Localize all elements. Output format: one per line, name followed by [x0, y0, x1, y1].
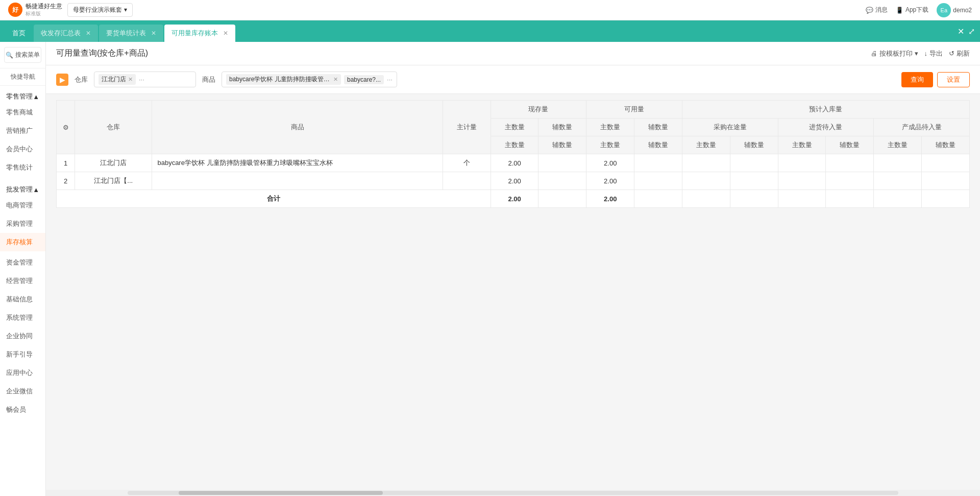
- sidebar-item-retail-member[interactable]: 会员中心: [0, 140, 45, 158]
- sidebar-item-retail-promo[interactable]: 营销推广: [0, 122, 45, 140]
- query-btn[interactable]: 查询: [901, 72, 933, 87]
- scroll-thumb[interactable]: [179, 491, 383, 495]
- tab-receipt-label: 收发存汇总表: [41, 29, 81, 38]
- sidebar-item-purchase[interactable]: 采购管理: [0, 215, 45, 233]
- sidebar-item-basic[interactable]: 基础信息: [0, 290, 45, 309]
- th-settings[interactable]: ⚙: [57, 101, 75, 154]
- row2-purchase-aux: [730, 172, 778, 190]
- sidebar-section-wholesale: 批发管理 ▲ 电商管理 采购管理 库存核算: [0, 179, 45, 253]
- sidebar-item-guide[interactable]: 新手引导: [0, 345, 45, 364]
- total-avail-aux: [634, 190, 682, 208]
- tab-order[interactable]: 要货单统计表 ✕: [99, 25, 163, 42]
- row2-num: 2: [57, 172, 75, 190]
- table-row: 1 江北门店 babycare学饮杯 儿童防摔防撞吸管杯重力球吸嘴杯宝宝水杯 个…: [57, 154, 970, 172]
- sidebar-item-sys[interactable]: 系统管理: [0, 309, 45, 327]
- top-bar-left: 好 畅捷通好生意 标准版 母婴行业演示账套 ▾: [8, 3, 133, 17]
- setting-btn[interactable]: 设置: [937, 72, 970, 87]
- tab-receipt-close[interactable]: ✕: [86, 30, 91, 37]
- product-tag1-close[interactable]: ✕: [333, 76, 338, 83]
- row2-incoming-aux: [826, 172, 874, 190]
- print-btn[interactable]: 🖨 按模板打印 ▾: [871, 49, 918, 58]
- total-production-aux: [922, 190, 970, 208]
- sidebar-item-enterprise[interactable]: 企业协同: [0, 327, 45, 345]
- sidebar-item-retail-stats[interactable]: 零售统计: [0, 158, 45, 177]
- th-stock-main2: 主数量: [491, 136, 538, 154]
- avatar: Ea: [937, 3, 951, 17]
- print-dropdown-icon: ▾: [915, 50, 918, 57]
- tab-available-close[interactable]: ✕: [223, 30, 228, 37]
- message-btn[interactable]: 💬 消息: [866, 6, 888, 14]
- org-selector[interactable]: 母婴行业演示账套 ▾: [67, 3, 133, 17]
- th-avail-aux: 辅数量: [634, 119, 682, 136]
- user-name: demo2: [953, 7, 972, 14]
- row1-unit: 个: [443, 154, 491, 172]
- sidebar-section-retail-title[interactable]: 零售管理 ▲: [0, 88, 45, 103]
- sidebar-item-member2[interactable]: 畅会员: [0, 400, 45, 419]
- refresh-btn[interactable]: ↺ 刷新: [949, 49, 970, 58]
- product-tag2: babycare?...: [344, 75, 384, 84]
- logo-icon: 好: [8, 3, 22, 17]
- total-stock-aux: [538, 190, 586, 208]
- tab-available[interactable]: 可用量库存账本 ✕: [164, 25, 235, 42]
- tab-order-close[interactable]: ✕: [151, 30, 156, 37]
- product-more-btn[interactable]: ···: [387, 76, 393, 83]
- logo-text: 畅捷通好生意: [26, 3, 62, 10]
- product-input[interactable]: babycare学饮杯 儿童防摔防撞吸管杯重力球吸嘴杯宝宝水杯 ✕ babyca…: [222, 72, 397, 87]
- th-stock-main: 主数量: [491, 119, 538, 136]
- nav-tabs-controls: ✕ ⤢: [958, 27, 975, 36]
- row2-avail-main: 2.00: [586, 172, 634, 190]
- row1-production-aux: [922, 154, 970, 172]
- warehouse-input[interactable]: 江北门店 ✕ ···: [94, 72, 196, 87]
- tab-receipt[interactable]: 收发存汇总表 ✕: [34, 25, 98, 42]
- sidebar-section-wholesale-title[interactable]: 批发管理 ▲: [0, 181, 45, 196]
- nav-close-icon[interactable]: ✕: [958, 27, 964, 36]
- sidebar-search: 🔍 搜索菜单: [0, 42, 45, 68]
- sidebar-item-retail-mall[interactable]: 零售商城: [0, 103, 45, 122]
- tab-home-label: 首页: [12, 29, 26, 38]
- th-stock-group: 现存量: [491, 101, 586, 119]
- org-name: 母婴行业演示账套: [73, 6, 122, 14]
- th-production-aux: 辅数量: [922, 136, 970, 154]
- export-btn[interactable]: ↓ 导出: [924, 49, 943, 58]
- row1-stock-aux: [538, 154, 586, 172]
- sidebar-item-corpwechat[interactable]: 企业微信: [0, 382, 45, 400]
- warehouse-label: 仓库: [75, 75, 88, 84]
- tab-home[interactable]: 首页: [5, 25, 33, 42]
- app-download-btn[interactable]: 📱 App下载: [896, 6, 928, 14]
- horizontal-scrollbar[interactable]: [46, 490, 980, 496]
- total-purchase-main: [682, 190, 730, 208]
- user-profile[interactable]: Ea demo2: [937, 3, 972, 17]
- warehouse-tag: 江北门店 ✕: [99, 74, 136, 85]
- warehouse-more-btn[interactable]: ···: [139, 76, 144, 83]
- sidebar-item-ops[interactable]: 经营管理: [0, 272, 45, 290]
- th-purchase-group: 采购在途量: [682, 119, 778, 136]
- warehouse-tag-close[interactable]: ✕: [128, 76, 133, 83]
- filter-buttons: 查询 设置: [901, 72, 970, 87]
- row1-production-main: [874, 154, 922, 172]
- row2-unit: [443, 172, 491, 190]
- th-avail-main2: 主数量: [586, 136, 634, 154]
- export-label: 导出: [929, 49, 943, 58]
- nav-expand-icon[interactable]: ⤢: [968, 27, 975, 36]
- sidebar-item-inventory[interactable]: 库存核算: [0, 233, 45, 251]
- row2-incoming-main: [778, 172, 826, 190]
- sidebar-item-ecom[interactable]: 电商管理: [0, 196, 45, 215]
- quick-nav-btn[interactable]: 快捷导航: [0, 68, 45, 86]
- th-incoming-group: 进货待入量: [778, 119, 874, 136]
- sidebar-item-capital[interactable]: 资金管理: [0, 253, 45, 272]
- total-label: 合计: [57, 190, 491, 208]
- row2-purchase-main: [682, 172, 730, 190]
- top-bar-right: 💬 消息 📱 App下载 Ea demo2: [866, 3, 972, 17]
- export-icon: ↓: [924, 50, 928, 57]
- row1-incoming-aux: [826, 154, 874, 172]
- sidebar-section-retail: 零售管理 ▲ 零售商城 营销推广 会员中心 零售统计: [0, 86, 45, 179]
- print-icon: 🖨: [871, 50, 877, 57]
- sidebar-item-appstore[interactable]: 应用中心: [0, 364, 45, 382]
- search-menu-btn[interactable]: 🔍 搜索菜单: [4, 47, 41, 63]
- row1-warehouse: 江北门店: [75, 154, 152, 172]
- page-actions: 🖨 按模板打印 ▾ ↓ 导出 ↺ 刷新: [871, 49, 970, 58]
- filter-toggle-btn[interactable]: ▶: [56, 74, 68, 86]
- row2-production-main: [874, 172, 922, 190]
- org-dropdown-icon: ▾: [124, 6, 127, 13]
- th-incoming-main: 主数量: [778, 136, 826, 154]
